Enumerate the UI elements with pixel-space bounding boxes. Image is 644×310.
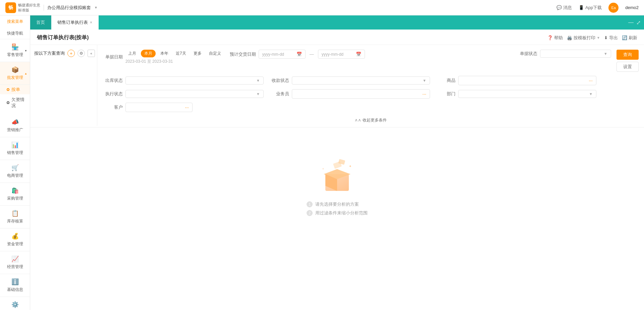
tab-home[interactable]: 首页	[30, 15, 51, 30]
date-btn-more[interactable]: 更多	[191, 50, 204, 57]
tab-sales-order[interactable]: 销售订单执行表 ×	[51, 15, 99, 30]
ecommerce-icon: 🛒	[11, 164, 19, 171]
sidebar: 搜索菜单 快捷导航 🏪 零售管理 📦 批发管理 按单 欠资情况 📣 营销推广	[0, 15, 30, 310]
filter-collapse-button[interactable]: «	[88, 50, 95, 57]
nav-title: 办公用品行业模拟账套	[44, 5, 91, 11]
calendar-end-icon[interactable]: 📅	[356, 52, 361, 57]
app-download-button[interactable]: 📱 App下载	[579, 5, 602, 11]
sidebar-item-inventory[interactable]: 📋 库存核算	[0, 206, 30, 228]
date-btn-last-month[interactable]: 上月	[125, 50, 139, 57]
filter-settings-button[interactable]: ⚙	[77, 50, 85, 57]
status-select[interactable]: ▼	[540, 50, 611, 58]
sidebar-item-retail[interactable]: 🏪 零售管理	[0, 39, 30, 62]
filter-add-button[interactable]: +	[67, 50, 75, 57]
print-dropdown-icon[interactable]: ▼	[597, 36, 600, 40]
sales-icon: 📊	[11, 141, 19, 149]
collapse-more-button[interactable]: ∧∧ 收起更多条件	[103, 115, 639, 126]
refresh-button[interactable]: 🔄 刷新	[622, 35, 637, 41]
filter-section-title: 按以下方案查询	[34, 50, 65, 56]
sidebar-item-ecommerce[interactable]: 🛒 电商管理	[0, 160, 30, 183]
operations-icon: 📈	[11, 255, 19, 263]
salesperson-more-icon[interactable]: ···	[422, 91, 426, 97]
date-btn-custom[interactable]: 自定义	[206, 50, 224, 57]
user-name[interactable]: demo2	[625, 5, 639, 10]
help-button[interactable]: ❓ 帮助	[547, 35, 563, 41]
date-btn-7days[interactable]: 近7天	[173, 50, 189, 57]
exec-status-select[interactable]: ▼	[125, 90, 264, 98]
sidebar-sub-item-debt[interactable]: 欠资情况	[0, 95, 30, 110]
logo-text: 畅捷通好生意 标准版	[18, 3, 40, 12]
out-status-label: 出库状态	[103, 78, 123, 84]
sidebar-item-wholesale[interactable]: 📦 批发管理	[0, 62, 30, 85]
sidebar-item-operations[interactable]: 📈 经营管理	[0, 251, 30, 274]
page-header-actions: ❓ 帮助 🖨️ 按模板打印 ▼ ⬇ 导出 🔄	[547, 35, 637, 41]
goods-more-icon[interactable]: ···	[589, 78, 593, 83]
sidebar-item-purchase[interactable]: 🛍️ 采购管理	[0, 183, 30, 206]
exec-status-dropdown-icon: ▼	[256, 92, 260, 96]
message-icon: 💬	[556, 5, 562, 10]
logo-icon: 畅	[5, 2, 16, 13]
salesperson-label: 业务员	[269, 91, 289, 97]
out-status-dropdown-icon: ▼	[256, 79, 260, 83]
sidebar-item-search[interactable]: 搜索菜单	[0, 15, 30, 28]
filter-outer: 按以下方案查询 + ⚙ « 单据日期	[30, 45, 644, 126]
filter-item-receive-status: 收款状态 ▼	[269, 76, 430, 85]
export-button[interactable]: ⬇ 导出	[604, 35, 618, 41]
out-status-select[interactable]: ▼	[125, 76, 264, 85]
exec-status-label: 执行状态	[103, 91, 123, 97]
filter-item-out-status: 出库状态 ▼	[103, 76, 264, 85]
export-icon: ⬇	[604, 35, 608, 40]
system-icon: ⚙️	[11, 301, 19, 308]
goods-input[interactable]: ···	[458, 76, 596, 85]
message-button[interactable]: 💬 消息	[556, 5, 572, 11]
sidebar-item-quick-nav[interactable]: 快捷导航	[0, 28, 30, 39]
tip-num-1: 1	[307, 201, 313, 207]
receive-status-select[interactable]: ▼	[292, 76, 430, 85]
sidebar-item-finance[interactable]: 💰 资金管理	[0, 228, 30, 251]
date-btn-this-month[interactable]: 本月	[141, 50, 156, 57]
date-btn-this-year[interactable]: 本年	[158, 50, 171, 57]
predicted-date-start-input[interactable]: yyyy-mm-dd 📅	[259, 50, 306, 59]
refresh-icon: 🔄	[622, 35, 627, 40]
sidebar-item-sales[interactable]: 📊 销售管理	[0, 137, 30, 160]
empty-state: ✦ ✦ 1 请先选择要分析的方案 2 用过滤条件来缩小分析范围	[30, 129, 644, 243]
customer-input[interactable]: ···	[125, 103, 193, 112]
page-inner: 销售订单执行表(按单) ❓ 帮助 🖨️ 按模板打印 ▼ ⬇	[30, 30, 644, 310]
filter-left-panel: 按以下方案查询 + ⚙ «	[30, 45, 97, 126]
goods-label: 商品	[435, 78, 455, 84]
print-button[interactable]: 🖨️ 按模板打印 ▼	[567, 35, 600, 41]
predicted-date-end-input[interactable]: yyyy-mm-dd 📅	[318, 50, 365, 59]
sidebar-item-system[interactable]: ⚙️ 系统管理	[0, 297, 30, 310]
expand-icon[interactable]: ⤢	[636, 19, 641, 26]
top-bar-right: 💬 消息 📱 App下载 Ea demo2	[556, 3, 639, 13]
purchase-icon: 🛍️	[11, 187, 19, 194]
date-filter-wrapper: 上月 本月 本年 近7天 更多 自定义 2023-03-01 至 2023-03…	[125, 50, 224, 64]
settings-button[interactable]: 设置	[616, 62, 639, 72]
page-title: 销售订单执行表(按单)	[37, 34, 89, 41]
help-icon: ❓	[547, 35, 553, 40]
calendar-start-icon[interactable]: 📅	[297, 52, 302, 57]
date-label: 单据日期	[103, 54, 123, 60]
tab-bar-actions: — ⤢	[628, 19, 644, 26]
salesperson-input[interactable]: ···	[292, 89, 430, 99]
empty-tip-2: 2 用过滤条件来缩小分析范围	[307, 210, 368, 216]
sidebar-sub-item-order[interactable]: 按单	[0, 85, 30, 94]
dept-label: 部门	[435, 91, 455, 97]
filter-item-exec-status: 执行状态 ▼	[103, 90, 264, 98]
customer-more-icon[interactable]: ···	[185, 105, 189, 110]
finance-icon: 💰	[11, 232, 19, 240]
status-dropdown-icon: ▼	[604, 52, 607, 56]
filter-item-salesperson: 业务员 ···	[269, 89, 430, 99]
debt-dot-icon	[7, 101, 9, 104]
tab-close-icon[interactable]: ×	[90, 20, 92, 25]
dept-select[interactable]: ▼	[458, 90, 596, 98]
filter-item-status: 单据状态 ▼	[517, 50, 611, 58]
query-button[interactable]: 查询	[616, 50, 639, 60]
filter-item-goods: 商品 ···	[435, 76, 596, 85]
filter-right-panel: 单据日期 上月 本月 本年 近7天 更多 自定义	[97, 45, 644, 126]
nav-dropdown-icon[interactable]: ▼	[94, 6, 98, 9]
minimize-icon[interactable]: —	[628, 19, 634, 25]
filter-item-customer: 客户 ···	[103, 103, 197, 112]
sidebar-item-basic[interactable]: ℹ️ 基础信息	[0, 274, 30, 297]
sidebar-item-marketing[interactable]: 📣 营销推广	[0, 114, 30, 137]
